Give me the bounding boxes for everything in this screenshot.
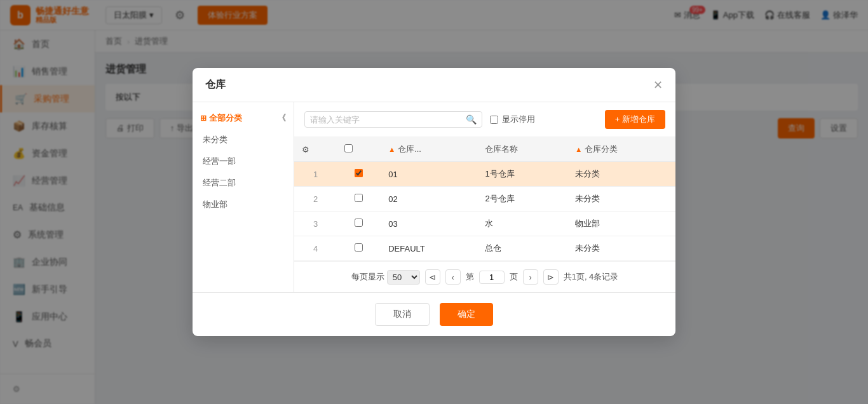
modal-right-content: 🔍 显示停用 + 新增仓库 ⚙ — [294, 102, 675, 292]
col-header-category[interactable]: ▲仓库分类 — [567, 137, 675, 162]
confirm-button[interactable]: 确定 — [440, 303, 493, 326]
row-checkbox[interactable] — [355, 243, 363, 252]
pagination: 每页显示 50 10 20 100 ⊲ ‹ 第 页 › ⊳ — [294, 261, 675, 292]
row-name: 总仓 — [477, 236, 567, 261]
row-code: 02 — [381, 187, 477, 212]
modal-close-button[interactable]: ✕ — [653, 79, 663, 91]
table-row[interactable]: 2 02 2号仓库 未分类 — [294, 187, 675, 212]
col-header-checkbox[interactable] — [337, 137, 381, 162]
modal-table-wrapper: ⚙ ▲仓库... 仓库名称 ▲仓库分类 1 01 — [294, 137, 675, 261]
modal-footer: 取消 确定 — [193, 292, 675, 336]
modal-overlay: 仓库 ✕ ⊞ 全部分类 《 未分类 经营一部 经营二部 物业部 — [0, 0, 868, 404]
row-checkbox[interactable] — [355, 169, 363, 177]
show-disabled-label: 显示停用 — [502, 114, 535, 125]
warehouse-table: ⚙ ▲仓库... 仓库名称 ▲仓库分类 1 01 — [294, 137, 675, 261]
row-name: 水 — [477, 212, 567, 236]
table-row[interactable]: 4 DEFAULT 总仓 未分类 — [294, 236, 675, 261]
row-checkbox[interactable] — [355, 219, 363, 227]
jump-label: 第 — [466, 271, 474, 283]
row-name: 1号仓库 — [477, 162, 567, 187]
category-item-uncategorized[interactable]: 未分类 — [193, 129, 294, 151]
modal-all-categories[interactable]: ⊞ 全部分类 《 — [193, 107, 294, 129]
row-code: 03 — [381, 212, 477, 236]
search-input[interactable] — [310, 115, 462, 125]
row-name: 2号仓库 — [477, 187, 567, 212]
row-code: DEFAULT — [381, 236, 477, 261]
show-disabled-checkbox[interactable] — [490, 116, 498, 124]
col-header-name[interactable]: 仓库名称 — [477, 137, 567, 162]
grid-icon: ⊞ — [200, 114, 207, 123]
category-item-dept2[interactable]: 经营二部 — [193, 172, 294, 194]
row-code: 01 — [381, 162, 477, 187]
select-all-checkbox[interactable] — [344, 144, 353, 152]
col-header-settings[interactable]: ⚙ — [294, 137, 337, 162]
search-box: 🔍 — [304, 111, 482, 128]
modal-body: ⊞ 全部分类 《 未分类 经营一部 经营二部 物业部 🔍 — [193, 102, 675, 292]
modal-toolbar: 🔍 显示停用 + 新增仓库 — [294, 102, 675, 137]
row-num: 2 — [294, 187, 337, 212]
category-item-property[interactable]: 物业部 — [193, 194, 294, 215]
first-page-button[interactable]: ⊲ — [425, 269, 440, 285]
show-disabled-wrapper: 显示停用 — [490, 114, 535, 125]
table-row[interactable]: 1 01 1号仓库 未分类 — [294, 162, 675, 187]
row-checkbox-cell[interactable] — [337, 187, 381, 212]
category-item-dept1[interactable]: 经营一部 — [193, 151, 294, 172]
row-category: 未分类 — [567, 187, 675, 212]
row-checkbox-cell[interactable] — [337, 236, 381, 261]
modal-category-sidebar: ⊞ 全部分类 《 未分类 经营一部 经营二部 物业部 — [193, 102, 294, 292]
row-category: 未分类 — [567, 236, 675, 261]
prev-page-button[interactable]: ‹ — [445, 269, 461, 285]
row-num: 4 — [294, 236, 337, 261]
total-info: 共1页, 4条记录 — [564, 271, 619, 283]
search-icon[interactable]: 🔍 — [466, 114, 477, 125]
row-checkbox-cell[interactable] — [337, 162, 381, 187]
col-header-code[interactable]: ▲仓库... — [381, 137, 477, 162]
page-label: 页 — [510, 271, 518, 283]
row-checkbox-cell[interactable] — [337, 212, 381, 236]
add-warehouse-button[interactable]: + 新增仓库 — [605, 110, 665, 129]
collapse-sidebar-button[interactable]: 《 — [278, 112, 286, 124]
warehouse-modal: 仓库 ✕ ⊞ 全部分类 《 未分类 经营一部 经营二部 物业部 — [193, 68, 675, 336]
modal-title: 仓库 — [205, 78, 226, 91]
all-categories-label: 全部分类 — [209, 112, 242, 124]
table-header-row: ⚙ ▲仓库... 仓库名称 ▲仓库分类 — [294, 137, 675, 162]
page-size-selector: 每页显示 50 10 20 100 — [351, 270, 420, 285]
per-page-label: 每页显示 — [351, 271, 384, 283]
page-input[interactable] — [479, 271, 505, 284]
row-category: 物业部 — [567, 212, 675, 236]
last-page-button[interactable]: ⊳ — [543, 269, 559, 285]
next-page-button[interactable]: › — [523, 269, 538, 285]
row-category: 未分类 — [567, 162, 675, 187]
per-page-select[interactable]: 50 10 20 100 — [387, 270, 420, 285]
row-num: 1 — [294, 162, 337, 187]
table-row[interactable]: 3 03 水 物业部 — [294, 212, 675, 236]
row-checkbox[interactable] — [355, 194, 363, 202]
row-num: 3 — [294, 212, 337, 236]
cancel-button[interactable]: 取消 — [375, 303, 430, 326]
modal-header: 仓库 ✕ — [193, 68, 675, 102]
